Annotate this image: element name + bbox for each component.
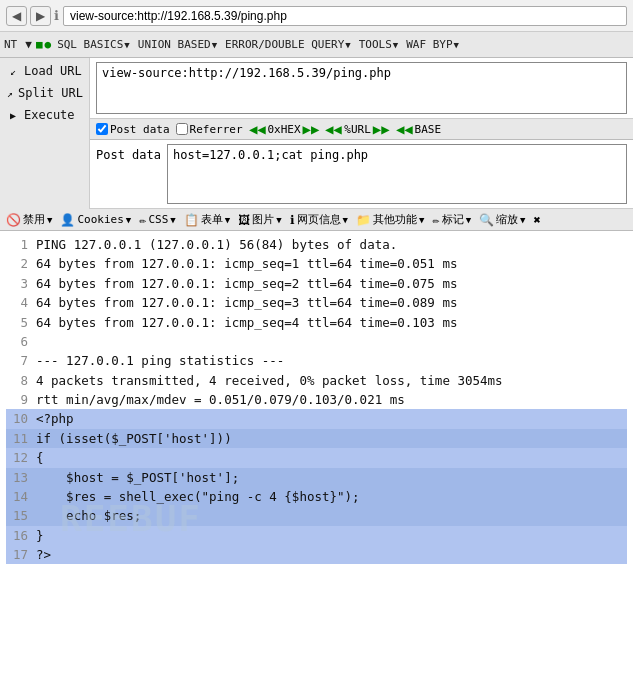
line-content-12: {: [36, 448, 44, 467]
line-num-8: 8: [6, 371, 28, 390]
close-btn[interactable]: ✖: [532, 212, 543, 228]
zoom-icon: 🔍: [479, 213, 494, 227]
second-toolbar: 🚫 禁用 ▼ 👤 Cookies ▼ ✏ CSS ▼ 📋 表单 ▼ 🖼 图片 ▼…: [0, 209, 633, 231]
zoom-btn[interactable]: 🔍 缩放 ▼: [477, 211, 527, 228]
info-icon: ℹ: [54, 8, 59, 23]
pageinfo-btn[interactable]: ℹ 网页信息 ▼: [288, 211, 350, 228]
base-label: BASE: [415, 123, 442, 136]
line-num-11: 11: [6, 429, 28, 448]
back-button[interactable]: ◀: [6, 6, 27, 26]
post-data-checkbox[interactable]: [96, 123, 108, 135]
other-btn[interactable]: 📁 其他功能 ▼: [354, 211, 426, 228]
url-option[interactable]: ▶▶ %URL ▶▶: [325, 121, 389, 137]
referrer-label: Referrer: [190, 123, 243, 136]
load-url-icon: ↙: [6, 64, 20, 78]
image-btn[interactable]: 🖼 图片 ▼: [236, 211, 283, 228]
pageinfo-icon: ℹ: [290, 213, 295, 227]
url-label: %URL: [344, 123, 371, 136]
line-num-14: 14: [6, 487, 28, 506]
line-content-2: 64 bytes from 127.0.0.1: icmp_seq=1 ttl=…: [36, 254, 457, 273]
other-arrow: ▼: [419, 215, 424, 225]
cookies-label: Cookies: [77, 213, 123, 226]
line-1: 1 PING 127.0.0.1 (127.0.0.1) 56(84) byte…: [6, 235, 627, 254]
form-icon: 📋: [184, 213, 199, 227]
other-label: 其他功能: [373, 212, 417, 227]
css-btn[interactable]: ✏ CSS ▼: [137, 212, 178, 228]
cookies-arrow: ▼: [126, 215, 131, 225]
forward-button[interactable]: ▶: [30, 6, 51, 26]
line-content-6: [36, 332, 44, 351]
sidebar: ↙ Load URL ↗ Split URL ▶ Execute: [0, 58, 90, 209]
url-right-arrow: ▶▶: [373, 121, 390, 137]
line-17: 17 ?>: [6, 545, 627, 564]
line-num-10: 10: [6, 409, 28, 428]
line-10: 10 <?php: [6, 409, 627, 428]
disable-label: 禁用: [23, 212, 45, 227]
line-12: 12 {: [6, 448, 627, 467]
form-label: 表单: [201, 212, 223, 227]
zoom-label: 缩放: [496, 212, 518, 227]
line-num-17: 17: [6, 545, 28, 564]
address-input[interactable]: [63, 6, 627, 26]
line-num-4: 4: [6, 293, 28, 312]
hex-label: 0xHEX: [267, 123, 300, 136]
line-13: 13 $host = $_POST['host'];: [6, 468, 627, 487]
line-num-15: 15: [6, 506, 28, 525]
line-num-2: 2: [6, 254, 28, 273]
line-num-9: 9: [6, 390, 28, 409]
line-6: 6: [6, 332, 627, 351]
nt-label: NT: [4, 38, 17, 51]
postdata-label: Post data: [96, 144, 161, 162]
sql-basics-btn[interactable]: SQL BASICS ▼: [57, 38, 130, 51]
split-url-label: Split URL: [18, 86, 83, 100]
line-8: 8 4 packets transmitted, 4 received, 0% …: [6, 371, 627, 390]
postdata-input[interactable]: host=127.0.0.1;cat ping.php: [167, 144, 627, 204]
line-content-15: echo $res;: [36, 506, 141, 525]
base-option[interactable]: ▶▶ BASE: [396, 121, 441, 137]
output-area: 1 PING 127.0.0.1 (127.0.0.1) 56(84) byte…: [0, 231, 633, 568]
line-num-6: 6: [6, 332, 28, 351]
tools-btn[interactable]: TOOLS ▼: [359, 38, 399, 51]
hex-left-arrow: ▶▶: [249, 121, 266, 137]
line-3: 3 64 bytes from 127.0.0.1: icmp_seq=2 tt…: [6, 274, 627, 293]
line-num-13: 13: [6, 468, 28, 487]
line-content-3: 64 bytes from 127.0.0.1: icmp_seq=2 ttl=…: [36, 274, 457, 293]
cookies-btn[interactable]: 👤 Cookies ▼: [58, 212, 133, 228]
base-left-arrow: ▶▶: [396, 121, 413, 137]
hex-right-arrow: ▶▶: [303, 121, 320, 137]
post-data-label: Post data: [110, 123, 170, 136]
mark-btn[interactable]: ✏ 标记 ▼: [430, 211, 473, 228]
css-icon: ✏: [139, 213, 146, 227]
load-url-label: Load URL: [24, 64, 82, 78]
waf-btn[interactable]: WAF BYP ▼: [406, 38, 459, 51]
line-num-12: 12: [6, 448, 28, 467]
line-content-14: $res = shell_exec("ping -c 4 {$host}");: [36, 487, 360, 506]
hex-option[interactable]: ▶▶ 0xHEX ▶▶: [249, 121, 320, 137]
line-num-5: 5: [6, 313, 28, 332]
line-9: 9 rtt min/avg/max/mdev = 0.051/0.079/0.1…: [6, 390, 627, 409]
form-btn[interactable]: 📋 表单 ▼: [182, 211, 232, 228]
image-icon: 🖼: [238, 213, 250, 227]
line-15: 15 echo $res;: [6, 506, 627, 525]
line-4: 4 64 bytes from 127.0.0.1: icmp_seq=3 tt…: [6, 293, 627, 312]
post-data-option[interactable]: Post data: [96, 123, 170, 136]
mark-arrow: ▼: [466, 215, 471, 225]
error-double-btn[interactable]: ERROR/DOUBLE QUERY ▼: [225, 38, 351, 51]
referrer-option[interactable]: Referrer: [176, 123, 243, 136]
load-url-button[interactable]: ↙ Load URL: [0, 60, 89, 82]
other-icon: 📁: [356, 213, 371, 227]
line-content-5: 64 bytes from 127.0.0.1: icmp_seq=4 ttl=…: [36, 313, 457, 332]
pageinfo-arrow: ▼: [343, 215, 348, 225]
referrer-checkbox[interactable]: [176, 123, 188, 135]
line-14: 14 $res = shell_exec("ping -c 4 {$host}"…: [6, 487, 627, 506]
split-url-button[interactable]: ↗ Split URL: [0, 82, 89, 104]
options-bar: Post data Referrer ▶▶ 0xHEX ▶▶ ▶▶ %URL ▶…: [90, 119, 633, 140]
execute-button[interactable]: ▶ Execute: [0, 104, 89, 126]
line-content-4: 64 bytes from 127.0.0.1: icmp_seq=3 ttl=…: [36, 293, 457, 312]
url-input[interactable]: view-source:http://192.168.5.39/ping.php: [96, 62, 627, 114]
line-2: 2 64 bytes from 127.0.0.1: icmp_seq=1 tt…: [6, 254, 627, 273]
union-based-btn[interactable]: UNION BASED ▼: [138, 38, 217, 51]
url-area: view-source:http://192.168.5.39/ping.php: [90, 58, 633, 119]
form-arrow: ▼: [225, 215, 230, 225]
disable-btn[interactable]: 🚫 禁用 ▼: [4, 211, 54, 228]
